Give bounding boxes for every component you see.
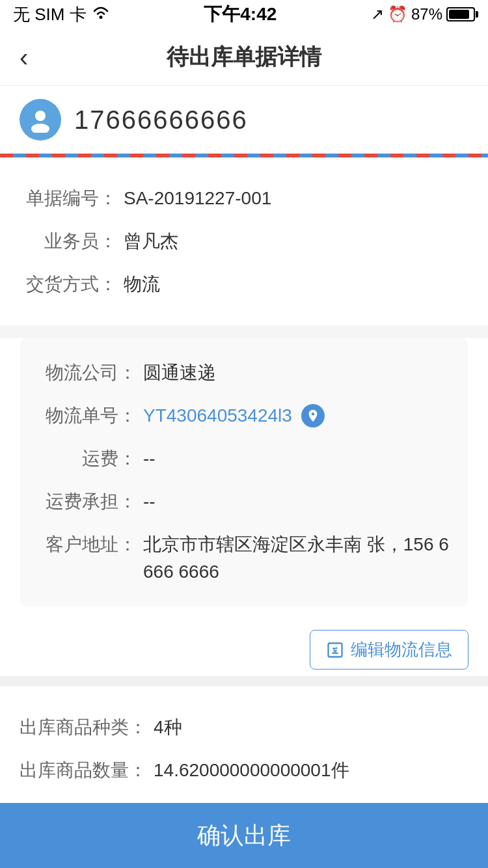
edit-logistics-button[interactable]: 编辑物流信息: [310, 630, 468, 670]
page-title: 待出库单据详情: [167, 42, 321, 72]
address-row: 客户地址： 北京市市辖区海淀区永丰南 张，156 6666 6666: [20, 523, 468, 593]
tracking-label: 物流单号：: [39, 402, 143, 429]
freight-bearer-label: 运费承担：: [39, 488, 143, 515]
battery-percent: 87%: [411, 5, 442, 23]
edit-icon: [326, 641, 344, 659]
user-phone: 17666666666: [74, 105, 248, 135]
separator: [0, 676, 488, 686]
goods-type-value: 4种: [154, 714, 468, 741]
order-number-row: 单据编号： SA-20191227-001: [0, 177, 488, 220]
address-value: 北京市市辖区海淀区永丰南 张，156 6666 6666: [143, 531, 449, 586]
logistics-company-row: 物流公司： 圆通速递: [20, 351, 468, 394]
staff-value: 曾凡杰: [124, 228, 468, 255]
nav-bar: ‹ 待出库单据详情: [0, 29, 488, 86]
avatar: [20, 99, 61, 141]
location-icon: ↗: [371, 5, 384, 23]
status-left: 无 SIM 卡: [13, 3, 110, 26]
goods-type-row: 出库商品种类： 4种: [0, 706, 488, 749]
staff-label: 业务员：: [20, 228, 124, 255]
tracking-row: 物流单号： YT43064053424l3: [20, 394, 468, 437]
address-label: 客户地址：: [39, 531, 143, 558]
logistics-company-value: 圆通速递: [143, 359, 449, 387]
battery-icon: [446, 7, 475, 21]
goods-quantity-value: 14.620000000000001件: [154, 757, 468, 784]
order-info-section: 单据编号： SA-20191227-001 业务员： 曾凡杰 交货方式： 物流: [0, 157, 488, 325]
freight-row: 运费： --: [20, 437, 468, 480]
svg-point-2: [31, 124, 49, 133]
back-button[interactable]: ‹: [20, 44, 28, 70]
svg-point-1: [35, 111, 46, 121]
edit-logistics-btn-row: 编辑物流信息: [0, 619, 488, 670]
logistics-company-label: 物流公司：: [39, 359, 143, 387]
delivery-label: 交货方式：: [20, 271, 124, 298]
freight-value: --: [143, 445, 449, 472]
svg-rect-3: [329, 643, 342, 657]
confirm-button[interactable]: 确认出库: [0, 803, 488, 868]
location-pin-icon[interactable]: [301, 404, 325, 427]
wifi-icon: [92, 5, 110, 25]
svg-point-0: [99, 16, 102, 19]
status-right: ↗ ⏰ 87%: [371, 5, 475, 23]
goods-quantity-row: 出库商品数量： 14.620000000000001件: [0, 749, 488, 792]
carrier-label: 无 SIM 卡: [13, 3, 87, 26]
status-bar: 无 SIM 卡 下午4:42 ↗ ⏰ 87%: [0, 0, 488, 29]
goods-quantity-label: 出库商品数量：: [20, 757, 154, 784]
staff-row: 业务员： 曾凡杰: [0, 220, 488, 263]
tracking-value: YT43064053424l3: [143, 402, 449, 429]
order-number-value: SA-20191227-001: [124, 185, 468, 212]
freight-bearer-row: 运费承担： --: [20, 480, 468, 523]
delivery-value: 物流: [124, 271, 468, 298]
logistics-box: 物流公司： 圆通速递 物流单号： YT43064053424l3 运费： -- …: [20, 338, 468, 606]
order-number-label: 单据编号：: [20, 185, 124, 212]
freight-bearer-value: --: [143, 488, 449, 515]
freight-label: 运费：: [39, 445, 143, 472]
goods-type-label: 出库商品种类：: [20, 714, 154, 741]
alarm-icon: ⏰: [388, 5, 407, 23]
delivery-row: 交货方式： 物流: [0, 263, 488, 306]
user-header: 17666666666: [0, 86, 488, 154]
status-time: 下午4:42: [204, 2, 277, 27]
